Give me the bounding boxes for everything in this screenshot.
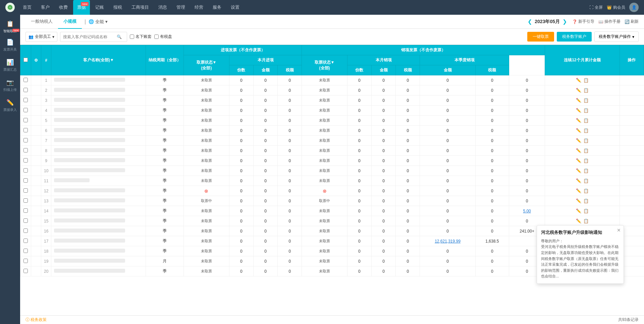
row-checkbox-cell[interactable] [20, 256, 31, 266]
row-checkbox[interactable] [23, 78, 28, 82]
nav-message[interactable]: 消息 [154, 0, 171, 15]
row-client-name[interactable] [51, 226, 146, 236]
btn-manual[interactable]: 📖 操作手册 [598, 19, 621, 24]
row-client-name[interactable] [51, 156, 146, 166]
row-checkbox-cell[interactable] [20, 126, 31, 136]
copy-icon[interactable]: 📋 [583, 188, 589, 193]
nav-fee[interactable]: 收费 [55, 0, 72, 15]
row-client-name[interactable] [51, 266, 146, 276]
row-client-name[interactable] [51, 95, 146, 106]
row-out-status[interactable]: 未取票 [302, 226, 347, 236]
row-checkbox[interactable] [23, 158, 28, 163]
tab-general-taxpayer[interactable]: 一般纳税人 [25, 15, 58, 29]
edit-icon[interactable]: ✏️ [576, 178, 581, 183]
row-in-status[interactable]: 未取票 [184, 236, 229, 246]
row-checkbox-cell[interactable] [20, 186, 31, 196]
row-client-name[interactable] [51, 166, 146, 176]
th-tax-period[interactable]: 纳税周期（全部） [146, 45, 184, 75]
copy-icon[interactable]: 📋 [583, 178, 589, 183]
row-in-status[interactable]: 未取票 [184, 256, 229, 266]
nav-manage[interactable]: 管理 [172, 0, 189, 15]
row-in-status[interactable]: 未取票 [184, 146, 229, 156]
row-in-status[interactable]: 未取票 [184, 136, 229, 146]
cumulative-link[interactable]: 5.00 [523, 209, 531, 213]
nav-business[interactable]: 工商项目 [127, 0, 153, 15]
row-checkbox-cell[interactable] [20, 176, 31, 186]
notification-close-btn[interactable]: ✕ [617, 228, 621, 233]
row-client-name[interactable] [51, 186, 146, 196]
copy-icon[interactable]: 📋 [583, 158, 589, 163]
edit-icon[interactable]: ✏️ [576, 148, 581, 153]
row-out-status[interactable]: 未取票 [302, 176, 347, 186]
row-checkbox[interactable] [23, 259, 28, 263]
row-checkbox[interactable] [23, 138, 28, 142]
row-checkbox-cell[interactable] [20, 136, 31, 146]
period-prev-btn[interactable]: ❮ [528, 18, 532, 25]
edit-icon[interactable]: ✏️ [576, 138, 581, 143]
check-has-tax-disk[interactable]: 有税盘 [154, 34, 172, 40]
sidebar-item-smart-ticket[interactable]: 📋 智能取票 new [1, 17, 19, 35]
row-checkbox[interactable] [23, 168, 28, 173]
th-in-status[interactable]: 取票状态▼(全部) [184, 55, 229, 75]
edit-icon[interactable]: ✏️ [576, 118, 581, 123]
nav-accounting[interactable]: 记账 [91, 0, 108, 15]
user-avatar[interactable]: 👤 [629, 3, 639, 12]
edit-icon[interactable]: ✏️ [576, 98, 581, 103]
btn-digital-account[interactable]: 税务数字账户 [557, 32, 592, 42]
row-checkbox-cell[interactable] [20, 226, 31, 236]
row-in-status[interactable]: 未取票 [184, 95, 229, 106]
row-checkbox[interactable] [23, 208, 28, 213]
row-client-name[interactable] [51, 106, 146, 116]
edit-icon[interactable]: ✏️ [576, 218, 581, 223]
nav-home[interactable]: 首页 [19, 0, 36, 15]
row-out-status[interactable]: 未取票 [302, 146, 347, 156]
btn-new-guide[interactable]: ❓ 新手引导 [572, 19, 594, 24]
sidebar-item-invoice-summary[interactable]: 📊 票据汇总 [1, 56, 19, 75]
row-in-status[interactable]: 未取票 [184, 126, 229, 136]
row-in-status[interactable]: 未取票 [184, 266, 229, 276]
row-in-status[interactable]: 未取票 [184, 246, 229, 256]
copy-icon[interactable]: 📋 [583, 138, 589, 143]
row-checkbox[interactable] [23, 98, 28, 102]
row-client-name[interactable] [51, 85, 146, 95]
edit-icon[interactable]: ✏️ [576, 128, 581, 133]
row-out-status[interactable]: 未取票 [302, 166, 347, 176]
nav-tax[interactable]: 报税 [109, 0, 126, 15]
row-checkbox[interactable] [23, 218, 28, 223]
check-my-accounts[interactable]: 名下账套 [130, 34, 152, 40]
edit-icon[interactable]: ✏️ [576, 208, 581, 213]
tab-all-ability[interactable]: 🌐 全能 ▾ [89, 19, 108, 25]
row-checkbox-cell[interactable] [20, 236, 31, 246]
row-checkbox-cell[interactable] [20, 106, 31, 116]
edit-icon[interactable]: ✏️ [576, 198, 581, 203]
th-settings[interactable]: ⚙ [31, 45, 41, 75]
row-in-status[interactable]: 未取票 [184, 206, 229, 216]
select-all-checkbox[interactable] [23, 58, 28, 62]
row-in-status[interactable]: 未取票 [184, 216, 229, 226]
edit-icon[interactable]: ✏️ [576, 188, 581, 193]
membership-btn[interactable]: 👑 购会员 [607, 5, 625, 10]
tax-policy-link[interactable]: ⓘ 税务政策 [25, 317, 47, 323]
row-checkbox-cell[interactable] [20, 196, 31, 206]
copy-icon[interactable]: 📋 [583, 218, 589, 223]
row-client-name[interactable] [51, 116, 146, 126]
row-client-name[interactable] [51, 236, 146, 246]
row-out-status[interactable]: 未取票 [302, 95, 347, 106]
row-checkbox-cell[interactable] [20, 85, 31, 95]
btn-refresh[interactable]: 🔄 刷新 [625, 19, 639, 24]
row-client-name[interactable] [51, 206, 146, 216]
copy-icon[interactable]: 📋 [583, 88, 589, 93]
row-in-status[interactable]: 未取票 [184, 176, 229, 186]
row-checkbox[interactable] [23, 148, 28, 152]
row-out-status[interactable]: 未取票 [302, 116, 347, 126]
row-client-name[interactable] [51, 146, 146, 156]
row-checkbox-cell[interactable] [20, 116, 31, 126]
row-out-status[interactable]: 未取票 [302, 266, 347, 276]
row-checkbox[interactable] [23, 188, 28, 193]
row-checkbox[interactable] [23, 269, 28, 273]
copy-icon[interactable]: 📋 [583, 208, 589, 213]
copy-icon[interactable]: 📋 [583, 128, 589, 133]
nav-operation[interactable]: 经营 [191, 0, 207, 15]
row-checkbox[interactable] [23, 118, 28, 122]
row-out-status[interactable]: 未取票 [302, 156, 347, 166]
